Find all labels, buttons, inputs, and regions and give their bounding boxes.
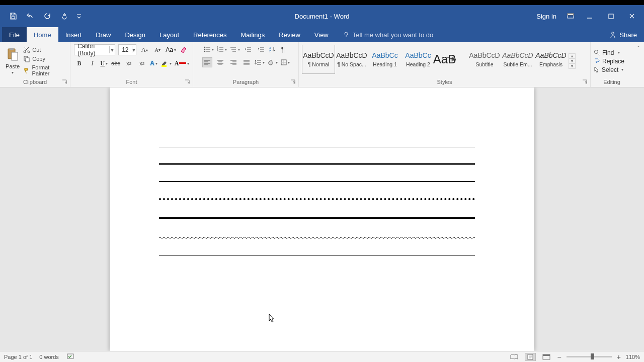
decrease-indent-icon[interactable] (243, 44, 253, 54)
minimize-icon[interactable] (585, 11, 595, 21)
tab-design[interactable]: Design (118, 27, 152, 42)
document-page[interactable] (110, 87, 534, 351)
web-layout-icon[interactable] (541, 353, 552, 361)
subscript-icon[interactable]: x2 (124, 58, 134, 68)
tab-home[interactable]: Home (27, 27, 58, 42)
svg-text:Z: Z (269, 50, 271, 52)
tab-view[interactable]: View (307, 27, 336, 42)
strikethrough-icon[interactable]: abc (111, 58, 121, 68)
numbering-icon[interactable]: 123▾ (217, 46, 227, 52)
borders-icon[interactable]: ▾ (281, 59, 290, 65)
bullets-icon[interactable]: ▾ (204, 46, 214, 52)
replace-button[interactable]: Replace (594, 58, 624, 65)
qat-customize-icon[interactable] (76, 11, 82, 21)
increase-indent-icon[interactable] (256, 44, 266, 54)
tell-me-placeholder: Tell me what you want to do (353, 31, 433, 39)
touch-mode-icon[interactable] (59, 11, 69, 21)
horizontal-rule-dotted (159, 198, 475, 200)
justify-icon[interactable] (242, 57, 252, 67)
style-heading-2[interactable]: AaBbCcHeading 2 (401, 45, 435, 74)
word-count[interactable]: 0 words (39, 354, 59, 360)
underline-icon[interactable]: U▾ (100, 60, 108, 67)
tab-mailings[interactable]: Mailings (234, 27, 272, 42)
zoom-in-button[interactable]: + (617, 353, 621, 361)
tab-file[interactable]: File (2, 27, 27, 42)
find-button[interactable]: Find▾ (594, 49, 624, 56)
format-painter-button[interactable]: Format Painter (23, 64, 67, 76)
maximize-icon[interactable] (606, 11, 616, 21)
page-indicator[interactable]: Page 1 of 1 (4, 354, 32, 360)
styles-up-icon[interactable]: ▴ (569, 54, 575, 59)
highlight-icon[interactable]: ▾ (160, 60, 172, 67)
zoom-slider[interactable] (567, 356, 612, 357)
clipboard-group-label: Clipboard (3, 78, 67, 87)
style-heading-1[interactable]: AaBbCcHeading 1 (368, 45, 401, 74)
style--normal[interactable]: AaBbCcD¶ Normal (302, 45, 335, 74)
undo-icon[interactable] (25, 11, 35, 21)
copy-button[interactable]: Copy (23, 55, 67, 62)
style-title[interactable]: AaBTitle (435, 45, 468, 74)
text-effects-icon[interactable]: A▾ (150, 60, 157, 67)
sort-icon[interactable]: AZ (269, 46, 275, 52)
print-layout-icon[interactable] (525, 353, 536, 361)
close-icon[interactable] (627, 11, 637, 21)
superscript-icon[interactable]: x2 (137, 58, 147, 68)
share-button[interactable]: Share (602, 27, 644, 42)
style-subtle-em-[interactable]: AaBbCcDSubtle Em... (501, 45, 534, 74)
paste-button[interactable]: Paste ▾ (3, 45, 22, 78)
font-color-icon[interactable]: A▾ (175, 60, 189, 67)
horizontal-rule-thick (159, 181, 475, 182)
font-name-combo[interactable]: Calibri (Body)▾ (74, 44, 115, 55)
style--no-spac-[interactable]: AaBbCcD¶ No Spac... (335, 45, 368, 74)
spellcheck-icon[interactable] (66, 352, 76, 362)
cut-button[interactable]: Cut (23, 46, 67, 53)
bold-icon[interactable]: B (74, 58, 84, 68)
italic-icon[interactable]: I (87, 58, 97, 68)
zoom-out-button[interactable]: − (557, 353, 561, 361)
tell-me-search[interactable]: Tell me what you want to do (343, 27, 433, 42)
paragraph-dialog-launcher-icon[interactable] (290, 79, 296, 85)
style-emphasis[interactable]: AaBbCcDEmphasis (534, 45, 568, 74)
styles-dialog-launcher-icon[interactable] (582, 79, 588, 85)
change-case-icon[interactable]: Aa▾ (166, 46, 176, 53)
svg-rect-3 (609, 14, 613, 19)
style-subtitle[interactable]: AaBbCcDSubtitle (468, 45, 501, 74)
ribbon-display-icon[interactable] (566, 11, 576, 21)
editing-group-label: Editing (594, 78, 630, 87)
clear-formatting-icon[interactable] (179, 45, 189, 55)
window-title: Document1 - Word (295, 13, 350, 20)
svg-rect-2 (568, 14, 574, 15)
show-hide-icon[interactable]: ¶ (278, 44, 288, 54)
svg-rect-27 (543, 354, 550, 356)
read-mode-icon[interactable] (509, 353, 520, 361)
shrink-font-icon[interactable]: A▾ (152, 45, 163, 55)
zoom-level[interactable]: 110% (626, 354, 640, 360)
svg-rect-13 (162, 65, 167, 67)
sign-in-button[interactable]: Sign in (536, 13, 556, 20)
styles-scrollbar[interactable]: ▴ ▾ ▾ (569, 53, 576, 69)
grow-font-icon[interactable]: A▴ (139, 45, 149, 55)
tab-draw[interactable]: Draw (89, 27, 118, 42)
font-dialog-launcher-icon[interactable] (185, 79, 191, 85)
tab-references[interactable]: References (186, 27, 233, 42)
save-icon[interactable] (8, 11, 18, 21)
line-spacing-icon[interactable]: ▾ (255, 59, 265, 65)
align-left-icon[interactable] (202, 57, 212, 67)
horizontal-rule-last (159, 255, 475, 256)
redo-icon[interactable] (42, 11, 52, 21)
align-right-icon[interactable] (228, 57, 238, 67)
horizontal-rule-wavy (159, 236, 475, 239)
shading-icon[interactable]: ▾ (268, 59, 278, 65)
collapse-ribbon-icon[interactable]: ˄ (633, 42, 644, 87)
tab-review[interactable]: Review (272, 27, 307, 42)
select-button[interactable]: Select▾ (594, 66, 624, 73)
multilevel-list-icon[interactable]: ▾ (230, 46, 240, 52)
styles-group-label: Styles (302, 78, 587, 87)
clipboard-dialog-launcher-icon[interactable] (62, 79, 68, 85)
tab-insert[interactable]: Insert (58, 27, 89, 42)
tab-layout[interactable]: Layout (152, 27, 186, 42)
font-size-combo[interactable]: 12▾ (118, 44, 136, 55)
styles-expand-icon[interactable]: ▾ (569, 64, 575, 68)
align-center-icon[interactable] (215, 57, 225, 67)
styles-down-icon[interactable]: ▾ (569, 59, 575, 64)
